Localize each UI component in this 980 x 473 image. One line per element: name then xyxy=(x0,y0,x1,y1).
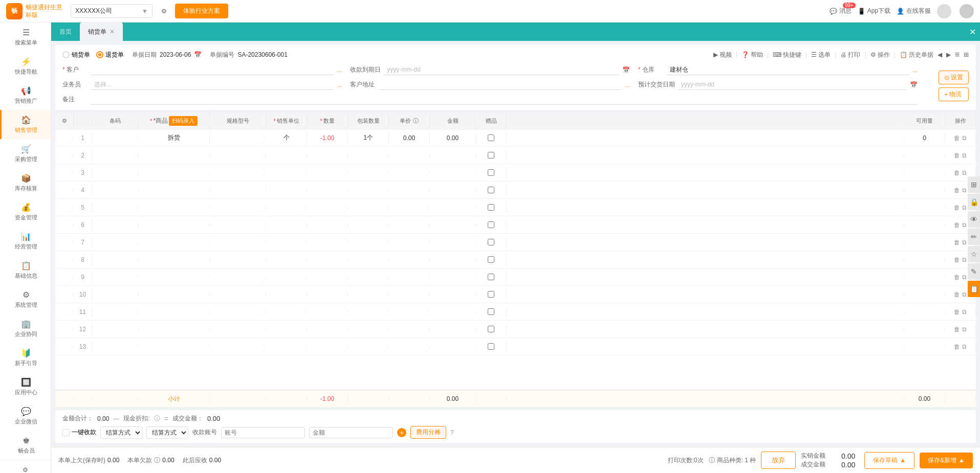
toolbar-history[interactable]: 📋 历史单据 xyxy=(900,51,933,59)
due-date-calendar-icon[interactable]: 📅 xyxy=(622,66,630,74)
row-goods-5[interactable] xyxy=(138,206,210,210)
row-gift-13[interactable] xyxy=(476,341,507,352)
sidebar-item-finance[interactable]: 💰 资金管理 xyxy=(0,197,51,227)
row-qty-8[interactable] xyxy=(307,258,348,262)
row-delete-icon-13[interactable]: 🗑 xyxy=(954,343,960,350)
customer-input[interactable] xyxy=(91,64,334,75)
gift-checkbox-8[interactable] xyxy=(488,256,494,263)
salesperson-input[interactable] xyxy=(91,79,334,90)
customer-more-btn[interactable]: ... xyxy=(337,66,342,74)
row-unit-7[interactable] xyxy=(266,240,307,244)
gift-checkbox-11[interactable] xyxy=(488,308,494,315)
row-amount-8[interactable] xyxy=(430,258,476,262)
row-delete-icon-6[interactable]: 🗑 xyxy=(954,221,960,229)
row-copy-icon-13[interactable]: ⧉ xyxy=(962,343,967,350)
remarks-input[interactable] xyxy=(91,94,918,105)
float-action-btn[interactable]: 📋 xyxy=(968,281,980,297)
row-unit-9[interactable] xyxy=(266,275,307,279)
row-goods-1[interactable]: 拆货 xyxy=(138,131,210,144)
row-amount-7[interactable] xyxy=(430,240,476,244)
warehouse-input[interactable] xyxy=(667,64,909,75)
row-qty-4[interactable] xyxy=(307,188,348,192)
row-pkg-10[interactable] xyxy=(348,292,389,297)
toolbar-help[interactable]: ❓ 帮助 xyxy=(742,51,763,59)
sidebar-item-operations[interactable]: 📊 经营管理 xyxy=(0,227,51,256)
row-gift-5[interactable] xyxy=(476,202,507,213)
row-barcode-3[interactable] xyxy=(92,171,138,175)
sidebar-item-marketing[interactable]: 📢 营销推广 xyxy=(0,81,51,110)
row-amount-6[interactable] xyxy=(430,223,476,227)
row-price-11[interactable] xyxy=(389,310,430,314)
row-goods-10[interactable] xyxy=(138,292,210,297)
row-spec-6[interactable] xyxy=(210,223,266,227)
toolbar-select[interactable]: ☰ 选单 xyxy=(811,51,831,59)
row-spec-4[interactable] xyxy=(210,188,266,192)
row-price-9[interactable] xyxy=(389,275,430,279)
row-goods-13[interactable] xyxy=(138,345,210,349)
customer-addr-more-btn[interactable]: ... xyxy=(625,81,630,88)
row-goods-8[interactable] xyxy=(138,258,210,262)
row-delete-icon-2[interactable]: 🗑 xyxy=(954,152,960,159)
row-delete-icon-11[interactable]: 🗑 xyxy=(954,308,960,316)
gift-checkbox-3[interactable] xyxy=(488,169,494,176)
row-price-3[interactable] xyxy=(389,171,430,175)
expense-help-icon[interactable]: ? xyxy=(450,429,454,436)
scan-input-btn[interactable]: 扫码录入 xyxy=(169,116,198,126)
row-gift-3[interactable] xyxy=(476,167,507,178)
row-amount-11[interactable] xyxy=(430,310,476,314)
row-gift-4[interactable] xyxy=(476,185,507,195)
view-grid-btn[interactable]: ⊞ xyxy=(964,51,969,58)
row-copy-icon-12[interactable]: ⧉ xyxy=(962,326,967,333)
row-price-4[interactable] xyxy=(389,188,430,192)
company-selector[interactable]: XXXXXX公司 ▼ xyxy=(71,4,153,18)
row-spec-9[interactable] xyxy=(210,275,266,279)
row-pkg-9[interactable] xyxy=(348,275,389,279)
trial-button[interactable]: 体验行业方案 xyxy=(175,4,228,18)
row-qty-13[interactable] xyxy=(307,345,348,349)
row-copy-icon-10[interactable]: ⧉ xyxy=(962,291,967,298)
row-pkg-12[interactable] xyxy=(348,327,389,331)
row-spec-10[interactable] xyxy=(210,292,266,297)
row-spec-5[interactable] xyxy=(210,206,266,210)
row-spec-13[interactable] xyxy=(210,345,266,349)
row-goods-11[interactable] xyxy=(138,310,210,314)
row-spec-1[interactable] xyxy=(210,136,266,140)
row-barcode-6[interactable] xyxy=(92,223,138,227)
row-price-12[interactable] xyxy=(389,327,430,331)
row-barcode-8[interactable] xyxy=(92,258,138,262)
row-unit-11[interactable] xyxy=(266,310,307,314)
row-qty-12[interactable] xyxy=(307,327,348,331)
row-copy-icon-11[interactable]: ⧉ xyxy=(962,308,967,316)
gift-checkbox-9[interactable] xyxy=(488,274,494,280)
row-delete-icon-4[interactable]: 🗑 xyxy=(954,187,960,194)
row-barcode-12[interactable] xyxy=(92,327,138,331)
row-amount-2[interactable] xyxy=(430,153,476,157)
sidebar-item-sales[interactable]: 🏠 销售管理 xyxy=(0,110,51,139)
avatar2[interactable] xyxy=(960,4,974,18)
online-support-button[interactable]: 👤 在线客服 xyxy=(897,7,931,15)
row-gift-11[interactable] xyxy=(476,306,507,317)
row-amount-5[interactable] xyxy=(430,206,476,210)
discard-button[interactable]: 放弃 xyxy=(761,452,796,469)
row-price-10[interactable] xyxy=(389,292,430,297)
row-copy-icon-1[interactable]: ⧉ xyxy=(962,134,967,142)
gift-checkbox-12[interactable] xyxy=(488,326,494,332)
row-amount-10[interactable] xyxy=(430,292,476,297)
row-pkg-4[interactable] xyxy=(348,188,389,192)
row-gift-12[interactable] xyxy=(476,324,507,334)
row-goods-6[interactable] xyxy=(138,223,210,227)
sidebar-item-guide[interactable]: 🔰 新手引导 xyxy=(0,343,51,372)
row-price-1[interactable]: 0.00 xyxy=(389,132,430,144)
salesperson-more-btn[interactable]: ... xyxy=(337,81,342,88)
row-delete-icon-12[interactable]: 🗑 xyxy=(954,326,960,333)
gift-checkbox-10[interactable] xyxy=(488,291,494,298)
row-unit-6[interactable] xyxy=(266,223,307,227)
gift-checkbox-2[interactable] xyxy=(488,152,494,159)
row-barcode-7[interactable] xyxy=(92,240,138,244)
prev-btn[interactable]: ◀ xyxy=(938,51,942,58)
save-new-button[interactable]: 保存&新增 ▲ xyxy=(920,453,973,468)
row-goods-4[interactable] xyxy=(138,188,210,192)
sidebar-item-search[interactable]: ☰ 搜索菜单 xyxy=(0,22,51,52)
account-input[interactable] xyxy=(221,427,305,438)
sidebar-item-apps[interactable]: 🔲 应用中心 xyxy=(0,372,51,401)
